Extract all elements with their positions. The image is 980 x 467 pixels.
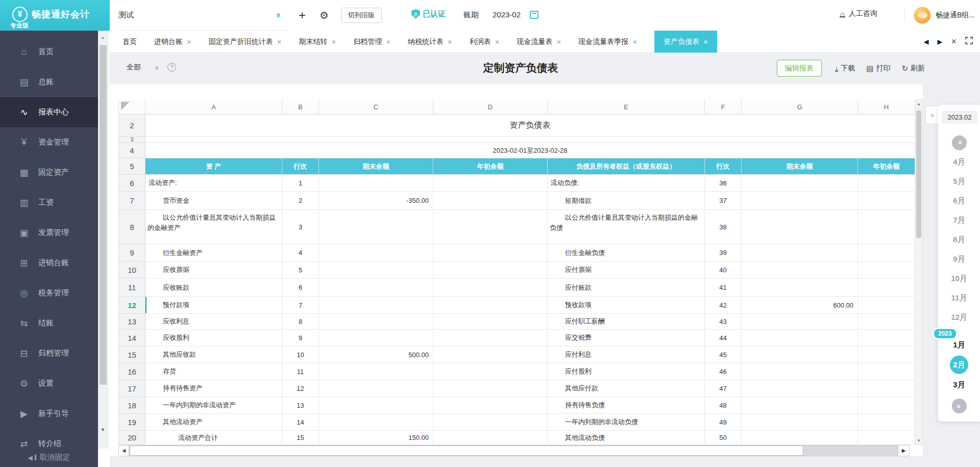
liability-line-no-cell[interactable]: 50 [705, 431, 742, 445]
tab-4[interactable]: 期末结转× [299, 37, 336, 46]
scroll-up-icon[interactable]: ▲ [101, 35, 105, 40]
liability-line-no-cell[interactable]: 44 [705, 330, 742, 346]
asset-name-cell[interactable]: 持有待售资产 [145, 380, 282, 397]
asset-line-no-cell[interactable]: 8 [282, 314, 319, 330]
table-header-cell[interactable]: 行次 [282, 158, 319, 175]
asset-beginning-balance-cell[interactable] [433, 363, 548, 380]
asset-ending-balance-cell[interactable] [319, 414, 433, 431]
asset-line-no-cell[interactable]: 3 [282, 210, 319, 244]
tab-8[interactable]: 现金流量表× [517, 37, 561, 46]
liability-ending-balance-cell[interactable] [742, 397, 858, 414]
close-icon[interactable]: × [386, 37, 390, 46]
asset-ending-balance-cell[interactable] [319, 314, 433, 330]
tabs-prev-icon[interactable]: ◀ [923, 38, 928, 45]
asset-beginning-balance-cell[interactable] [433, 380, 548, 397]
asset-beginning-balance-cell[interactable] [433, 397, 548, 414]
liability-name-cell[interactable]: 流动负债: [548, 175, 705, 192]
asset-beginning-balance-cell[interactable] [433, 330, 548, 346]
help-icon[interactable]: ? [167, 63, 176, 72]
months-scroll-up-icon[interactable]: » [952, 135, 967, 150]
liability-name-cell[interactable]: 其他流动负债 [548, 431, 705, 445]
liability-name-cell[interactable]: 预收款项 [548, 297, 705, 314]
date-range-cell[interactable]: 2023-02-01至2023-02-28 [145, 143, 915, 158]
column-header-D[interactable]: D [433, 100, 548, 114]
table-header-cell[interactable]: 资 产 [145, 158, 282, 175]
tab-2[interactable]: 进销台账× [154, 37, 191, 46]
calendar-icon[interactable] [530, 11, 538, 19]
table-header-cell[interactable]: 年初余额 [433, 158, 548, 175]
asset-ending-balance-cell[interactable] [319, 210, 433, 244]
asset-name-cell[interactable]: 流动资产: [145, 175, 282, 192]
liability-line-no-cell[interactable]: 39 [705, 244, 742, 262]
user-name[interactable]: 畅捷通B组... [936, 11, 979, 20]
tab-10[interactable]: 资产负债表× [654, 31, 717, 53]
vertical-scroll-thumb[interactable] [916, 110, 921, 238]
row-number[interactable]: 7 [119, 192, 145, 210]
liability-beginning-balance-cell[interactable] [858, 210, 915, 244]
liability-ending-balance-cell[interactable] [742, 380, 858, 397]
asset-line-no-cell[interactable]: 5 [282, 262, 319, 278]
scroll-down-icon[interactable]: ▼ [101, 427, 105, 432]
liability-line-no-cell[interactable]: 41 [705, 278, 742, 297]
refresh-button[interactable]: ↻ 刷新 [901, 64, 925, 73]
row-number[interactable]: 14 [119, 330, 145, 346]
liability-beginning-balance-cell[interactable] [858, 297, 915, 314]
report-title-cell[interactable]: 资产负债表 [145, 114, 915, 137]
row-number[interactable]: 19 [119, 414, 145, 431]
add-button[interactable]: + [299, 8, 306, 22]
column-header-F[interactable]: F [705, 100, 742, 114]
liability-beginning-balance-cell[interactable] [858, 175, 915, 192]
gear-icon[interactable]: ⚙ [320, 9, 329, 21]
asset-name-cell[interactable]: 应收票据 [145, 262, 282, 278]
support-link[interactable]: ∩ 人工咨询 [840, 9, 877, 18]
liability-name-cell[interactable]: 持有待售负债 [548, 397, 705, 414]
print-button[interactable]: ▤ 打印 [866, 64, 890, 73]
column-header-A[interactable]: A [145, 100, 282, 114]
month-item[interactable]: 3月 [953, 375, 965, 394]
month-item[interactable]: 6月 [953, 191, 965, 211]
asset-name-cell[interactable]: 存货 [145, 363, 282, 380]
sidebar-item-9[interactable]: ◎税务管理 [0, 278, 98, 308]
download-button[interactable]: ↓ 下载 [835, 64, 855, 73]
sheet-vertical-scrollbar[interactable]: ▲ ▼ [915, 100, 923, 445]
asset-beginning-balance-cell[interactable] [433, 346, 548, 363]
liability-ending-balance-cell[interactable] [742, 346, 858, 363]
asset-name-cell[interactable]: 一年内到期的非流动资产 [145, 397, 282, 414]
month-item[interactable]: 8月 [953, 230, 965, 249]
liability-name-cell[interactable]: 应付股利 [548, 363, 705, 380]
column-header-G[interactable]: G [742, 100, 858, 114]
liability-name-cell[interactable]: 应付账款 [548, 278, 705, 297]
avatar[interactable] [914, 7, 931, 24]
asset-name-cell[interactable]: 货币资金 [145, 192, 282, 210]
scroll-left-icon[interactable]: ◀ [119, 446, 129, 456]
liability-ending-balance-cell[interactable] [742, 262, 858, 278]
tab-6[interactable]: 纳税统计表× [408, 37, 452, 46]
sidebar-item-13[interactable]: ▶新手引导 [0, 399, 98, 429]
sidebar-item-12[interactable]: ⚙设置 [0, 368, 98, 399]
asset-name-cell[interactable]: 其他流动资产 [145, 414, 282, 431]
month-item[interactable]: 11月 [951, 288, 967, 308]
asset-line-no-cell[interactable]: 9 [282, 330, 319, 346]
asset-ending-balance-cell[interactable] [319, 330, 433, 346]
row-number[interactable]: 17 [119, 380, 145, 397]
period-value[interactable]: 2023-02 [493, 10, 521, 19]
asset-ending-balance-cell[interactable] [319, 278, 433, 297]
scroll-up-icon[interactable]: ▲ [917, 102, 921, 106]
close-icon[interactable]: × [632, 37, 637, 46]
liability-line-no-cell[interactable]: 47 [705, 380, 742, 397]
chevron-down-icon[interactable]: ∨ [276, 11, 281, 19]
asset-name-cell[interactable]: 其他应收款 [145, 346, 282, 363]
liability-beginning-balance-cell[interactable] [858, 314, 915, 330]
row-number[interactable]: 8 [119, 210, 145, 244]
liability-ending-balance-cell[interactable] [742, 192, 858, 210]
sidebar-scrollbar[interactable]: ▲ ▼ [98, 31, 109, 449]
liability-beginning-balance-cell[interactable] [858, 244, 915, 262]
asset-name-cell[interactable]: 应收股利 [145, 330, 282, 346]
liability-ending-balance-cell[interactable] [742, 244, 858, 262]
liability-name-cell[interactable]: 以公允价值计量且其变动计入当期损益的金融负债 [548, 210, 705, 244]
asset-name-cell[interactable]: 以公允价值计量且其变动计入当期损益的金融资产 [145, 210, 282, 244]
liability-line-no-cell[interactable]: 38 [705, 210, 742, 244]
table-header-cell[interactable]: 年初余额 [858, 158, 915, 175]
liability-line-no-cell[interactable]: 49 [705, 414, 742, 431]
liability-line-no-cell[interactable]: 42 [705, 297, 742, 314]
